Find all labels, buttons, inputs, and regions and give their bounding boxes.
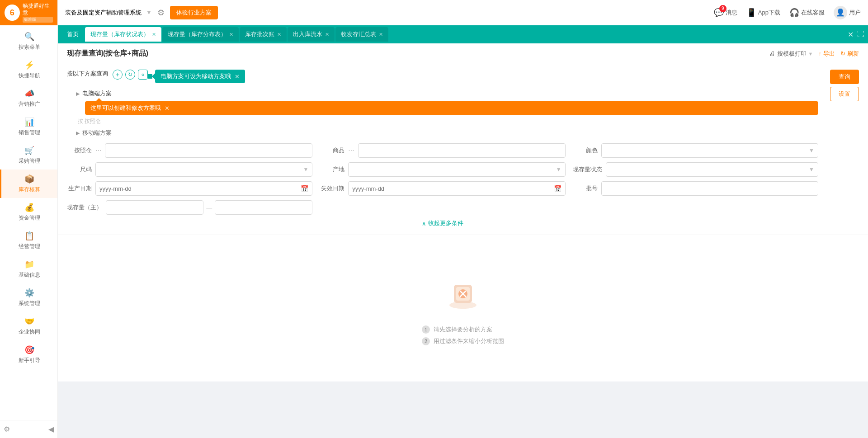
sidebar-item-sales[interactable]: 📊 销售管理	[0, 113, 57, 141]
stock-main-min-input[interactable]	[106, 200, 203, 215]
back-btn[interactable]: «	[138, 70, 148, 80]
mfg-date-input-wrap[interactable]: 📅	[95, 181, 312, 196]
page-header-actions: 🖨 按模板打印 ▼ ↑ 导出 ↻ 刷新	[769, 50, 859, 58]
refresh-scheme-btn[interactable]: ↻	[125, 70, 135, 80]
dropdown-arrow-icon: ▼	[146, 9, 152, 16]
refresh-btn[interactable]: ↻ 刷新	[840, 50, 859, 58]
batch-label: 批号	[573, 184, 598, 193]
industry-btn[interactable]: 体验行业方案	[170, 6, 218, 19]
mfg-date-calendar-icon[interactable]: 📅	[301, 185, 308, 192]
tab-stock-dist[interactable]: 现存量（库存分布表） ✕	[162, 27, 239, 42]
exp-date-calendar-icon[interactable]: 📅	[554, 185, 561, 192]
chevron-pc-icon: ▶	[76, 91, 80, 97]
settings-bottom-icon[interactable]: ⚙	[4, 425, 10, 433]
sidebar-item-basic[interactable]: 📁 基础信息	[0, 255, 57, 283]
online-service-btn[interactable]: 🎧 在线客服	[789, 8, 825, 18]
operations-icon: 📋	[24, 231, 34, 241]
tooltip-scheme-close[interactable]: ✕	[235, 73, 240, 80]
chevron-mobile-icon: ▶	[76, 130, 80, 136]
batch-input[interactable]	[601, 181, 818, 196]
product-dots[interactable]: ···	[348, 146, 354, 155]
origin-select-arrow: ▼	[556, 166, 561, 173]
system-icon: ⚙️	[24, 288, 34, 298]
tab-home[interactable]: 首页	[61, 27, 84, 42]
sidebar-item-quick-nav[interactable]: ⚡ 快捷导航	[0, 56, 57, 84]
warehouse-select[interactable]	[105, 143, 312, 158]
product-select[interactable]	[358, 143, 566, 158]
sidebar-logo: 6 畅捷通好生意 标准版	[0, 0, 57, 25]
app-download-label: App下载	[758, 9, 780, 17]
mobile-icon: 📱	[746, 8, 756, 18]
sidebar-item-inventory[interactable]: 📦 库存核算	[0, 170, 57, 198]
inventory-icon: 📦	[24, 174, 34, 184]
sidebar-item-finance[interactable]: 💰 资金管理	[0, 198, 57, 226]
online-service-label: 在线客服	[801, 9, 825, 17]
filter-label: 按以下方案查询	[67, 70, 108, 78]
sidebar-item-system[interactable]: ⚙️ 系统管理	[0, 283, 57, 312]
collapse-btn[interactable]: ∧ 收起更多条件	[67, 215, 818, 229]
sidebar: 6 畅捷通好生意 标准版 🔍 搜索菜单 ⚡ 快捷导航 📣 营销推广 📊 销售管理…	[0, 0, 58, 438]
size-select[interactable]: ▼	[95, 162, 312, 177]
page-content: 现存量查询(按仓库+商品) 🖨 按模板打印 ▼ ↑ 导出 ↻ 刷新	[58, 43, 868, 438]
message-label: 消息	[726, 9, 737, 17]
tab-close-in-out-flow[interactable]: ✕	[325, 32, 329, 38]
stock-main-wrap: —	[106, 200, 312, 215]
reset-btn[interactable]: 设置	[830, 87, 859, 101]
tab-close-stock-status[interactable]: ✕	[152, 32, 156, 38]
origin-label: 产地	[320, 165, 344, 174]
sidebar-item-operations[interactable]: 📋 经营管理	[0, 226, 57, 255]
stock-status-select[interactable]: ▼	[606, 162, 818, 177]
color-select[interactable]: ▼	[601, 143, 818, 158]
sidebar-item-marketing[interactable]: 📣 营销推广	[0, 84, 57, 113]
sidebar-item-search[interactable]: 🔍 搜索菜单	[0, 27, 57, 56]
collapse-sidebar-icon[interactable]: ◀	[48, 425, 54, 433]
filter-main-area: 按以下方案查询 + ↻ « 电脑方案可设为移动方案哦 ✕	[67, 70, 859, 229]
search-icon: 🔍	[24, 32, 34, 42]
template-print-btn[interactable]: 🖨 按模板打印 ▼	[769, 50, 813, 58]
exp-date-input-wrap[interactable]: 📅	[348, 181, 565, 196]
app-logo-icon: 6	[5, 5, 20, 21]
warehouse-label: 按照仓	[67, 146, 92, 155]
sidebar-nav: 🔍 搜索菜单 ⚡ 快捷导航 📣 营销推广 📊 销售管理 🛒 采购管理 📦 库存核…	[0, 25, 57, 420]
tab-close-batch-account[interactable]: ✕	[277, 32, 281, 38]
origin-select[interactable]: ▼	[348, 162, 565, 177]
user-btn[interactable]: 👤 用户	[834, 6, 861, 19]
stock-main-label: 现存量（主）	[67, 203, 102, 212]
tab-stock-status[interactable]: 现存量（库存状况表） ✕	[85, 27, 161, 42]
tooltip-create-close[interactable]: ✕	[165, 105, 170, 112]
tip-num-1: 1	[422, 325, 430, 334]
schema-item-mobile[interactable]: ▶ 移动端方案	[76, 127, 818, 139]
tabs-fullscreen-icon[interactable]: ⛶	[857, 30, 864, 38]
tab-batch-account[interactable]: 库存批次账 ✕	[240, 27, 287, 42]
color-label: 颜色	[573, 146, 598, 155]
user-label: 用户	[849, 9, 861, 17]
filter-row-stock-status: 现存量状态 ▼	[573, 162, 818, 177]
tab-receive-send[interactable]: 收发存汇总表 ✕	[335, 27, 388, 42]
exp-date-input[interactable]	[352, 185, 553, 192]
product-label: 商品	[320, 146, 344, 155]
sidebar-item-enterprise[interactable]: 🤝 企业协同	[0, 312, 57, 340]
collapse-chevron-icon: ∧	[422, 220, 426, 227]
mfg-date-input[interactable]	[99, 185, 301, 192]
tabs-close-all-icon[interactable]: ✕	[848, 30, 854, 39]
gear-icon[interactable]: ⚙	[157, 8, 165, 18]
sidebar-item-purchase[interactable]: 🛒 采购管理	[0, 141, 57, 170]
empty-tips: 1 请先选择要分析的方案 2 用过滤条件来缩小分析范围	[422, 325, 504, 345]
sidebar-item-guide[interactable]: 🎯 新手引导	[0, 340, 57, 369]
tab-close-receive-send[interactable]: ✕	[379, 32, 383, 38]
stock-main-max-input[interactable]	[215, 200, 312, 215]
empty-icon	[440, 271, 486, 316]
export-btn[interactable]: ↑ 导出	[819, 50, 835, 58]
add-scheme-btn[interactable]: +	[113, 70, 123, 80]
schema-item-pc[interactable]: ▶ 电脑端方案	[76, 88, 818, 99]
filter-row-color: 颜色 ▼	[573, 143, 818, 158]
system-name-select[interactable]: 装备及固定资产辅助管理系统 ▼	[65, 9, 152, 17]
connector-dot	[148, 74, 152, 79]
app-download-btn[interactable]: 📱 App下载	[746, 8, 780, 18]
filter-row-stock-main: 现存量（主） —	[67, 200, 312, 215]
warehouse-dots[interactable]: ···	[95, 146, 101, 155]
search-btn[interactable]: 查询	[830, 70, 859, 84]
tab-in-out-flow[interactable]: 出入库流水 ✕	[288, 27, 335, 42]
message-btn[interactable]: 💬 9 消息	[714, 8, 737, 18]
tab-close-stock-dist[interactable]: ✕	[229, 32, 233, 38]
